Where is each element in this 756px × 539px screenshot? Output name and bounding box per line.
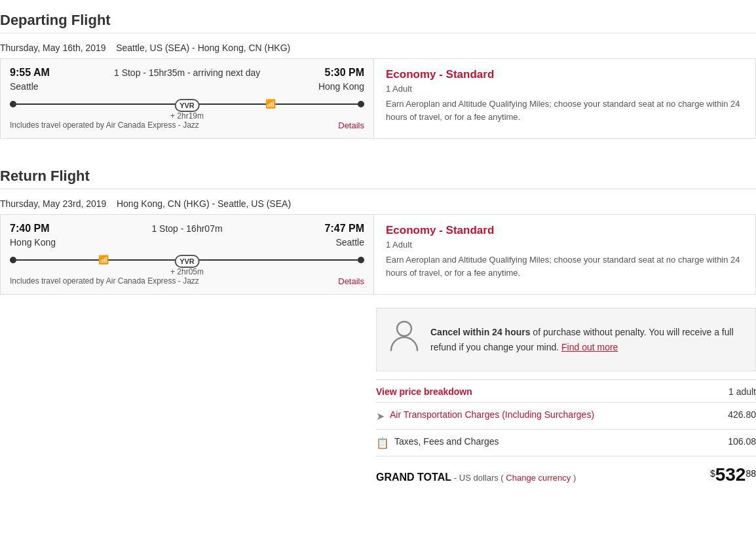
cancel-bold-text: Cancel within 24 hours <box>430 327 530 337</box>
departing-stop-code: YVR <box>174 99 200 112</box>
departing-route: Seattle, US (SEA) - Hong Kong, CN (HKG) <box>116 43 290 53</box>
departing-layover: + 2hr19m <box>170 111 204 121</box>
return-cities-row: Hong Kong Seattle <box>10 237 364 248</box>
return-stop-code: YVR <box>174 255 200 268</box>
taxes-amount: 106.08 <box>728 436 756 447</box>
departing-flight-title: Departing Flight <box>0 7 756 33</box>
total-sub: - US dollars ( Change currency ) <box>454 473 576 483</box>
departing-times-row: 9:55 AM 1 Stop - 15hr35m - arriving next… <box>10 67 364 79</box>
return-flight-card: 7:40 PM 1 Stop - 16hr07m 7:47 PM Hong Ko… <box>0 214 756 295</box>
price-section: View price breakdown 1 adult ➤ Air Trans… <box>376 379 756 489</box>
wifi-icon: 📶 <box>265 99 276 109</box>
departing-cities-row: Seattle Hong Kong <box>10 81 364 92</box>
departing-flight-card: 9:55 AM 1 Stop - 15hr35m - arriving next… <box>0 58 756 139</box>
return-flight-details: 7:40 PM 1 Stop - 16hr07m 7:47 PM Hong Ko… <box>1 215 374 294</box>
svg-point-0 <box>397 322 411 336</box>
return-fare-info: Economy - Standard 1 Adult Earn Aeroplan… <box>374 215 755 294</box>
grand-total-label-group: GRAND TOTAL - US dollars ( Change curren… <box>376 472 576 483</box>
air-transportation-label: ➤ Air Transportation Charges (Including … <box>376 409 594 422</box>
total-amount: 532 <box>715 464 746 485</box>
return-route-dot-left <box>10 257 16 263</box>
grand-total-price: $53288 <box>710 464 756 485</box>
departing-arrive-time: 5:30 PM <box>325 67 364 79</box>
departing-fare-title: Economy - Standard <box>386 68 744 81</box>
cancel-box: Cancel within 24 hours of purchase witho… <box>376 308 756 371</box>
departing-includes: Includes travel operated by Air Canada E… <box>10 121 364 130</box>
departing-stop-info: 1 Stop - 15hr35m - arriving next day <box>114 67 260 78</box>
return-includes: Includes travel operated by Air Canada E… <box>10 276 364 286</box>
receipt-icon: 📋 <box>376 437 389 449</box>
departing-depart-time: 9:55 AM <box>10 67 50 79</box>
taxes-row: 📋 Taxes, Fees and Charges 106.08 <box>376 430 756 456</box>
return-city-to: Seattle <box>335 237 364 248</box>
departing-city-from: Seattle <box>10 81 39 92</box>
return-city-from: Hong Kong <box>10 237 56 248</box>
return-depart-time: 7:40 PM <box>10 223 49 234</box>
return-date-route: Thursday, May 23rd, 2019 Hong Kong, CN (… <box>0 195 756 214</box>
return-route-dot-right <box>358 257 364 263</box>
cancel-find-out-link[interactable]: Find out more <box>561 342 618 352</box>
total-cents: 88 <box>746 468 756 479</box>
cancel-text: Cancel within 24 hours of purchase witho… <box>430 325 742 354</box>
taxes-label: 📋 Taxes, Fees and Charges <box>376 436 499 449</box>
departing-flight-details: 9:55 AM 1 Stop - 15hr35m - arriving next… <box>1 59 374 138</box>
person-icon <box>390 320 419 359</box>
return-times-row: 7:40 PM 1 Stop - 16hr07m 7:47 PM <box>10 223 364 234</box>
route-dot-left <box>10 101 16 107</box>
view-price-breakdown-link[interactable]: View price breakdown <box>376 386 472 397</box>
return-layover: + 2hr05m <box>170 267 204 276</box>
departing-route-line: YVR 📶 + 2hr19m <box>10 97 364 118</box>
plane-icon: ➤ <box>376 410 385 422</box>
departing-details-link[interactable]: Details <box>338 121 364 130</box>
return-details-link[interactable]: Details <box>338 276 364 286</box>
change-currency-link[interactable]: Change currency <box>506 473 571 483</box>
departing-city-to: Hong Kong <box>318 81 364 92</box>
price-adult-label: 1 adult <box>728 386 756 397</box>
return-wifi-icon: 📶 <box>98 255 109 265</box>
departing-fare-desc: Earn Aeroplan and Altitude Qualifying Mi… <box>386 98 744 123</box>
price-header-row: View price breakdown 1 adult <box>376 380 756 403</box>
total-dollar-sign: $ <box>710 468 715 479</box>
air-transportation-row: ➤ Air Transportation Charges (Including … <box>376 403 756 430</box>
air-transportation-amount: 426.80 <box>728 409 756 420</box>
departing-fare-info: Economy - Standard 1 Adult Earn Aeroplan… <box>374 59 755 138</box>
air-transportation-text: Air Transportation Charges (Including Su… <box>390 409 594 420</box>
return-route-line: YVR 📶 + 2hr05m <box>10 253 364 274</box>
return-stop-info: 1 Stop - 16hr07m <box>151 223 222 234</box>
grand-total-row: GRAND TOTAL - US dollars ( Change curren… <box>376 456 756 489</box>
return-fare-sub: 1 Adult <box>386 240 744 250</box>
departing-date: Thursday, May 16th, 2019 <box>0 43 106 53</box>
return-flight-title: Return Flight <box>0 162 756 189</box>
grand-total-label: GRAND TOTAL <box>376 472 451 483</box>
return-route: Hong Kong, CN (HKG) - Seattle, US (SEA) <box>117 198 291 209</box>
return-arrive-time: 7:47 PM <box>325 223 364 234</box>
departing-fare-sub: 1 Adult <box>386 84 744 94</box>
taxes-text: Taxes, Fees and Charges <box>394 436 499 447</box>
return-fare-title: Economy - Standard <box>386 224 744 237</box>
route-dot-right <box>358 101 364 107</box>
return-fare-desc: Earn Aeroplan and Altitude Qualifying Mi… <box>386 253 744 279</box>
departing-date-route: Thursday, May 16th, 2019 Seattle, US (SE… <box>0 39 756 58</box>
return-date: Thursday, May 23rd, 2019 <box>0 198 106 209</box>
